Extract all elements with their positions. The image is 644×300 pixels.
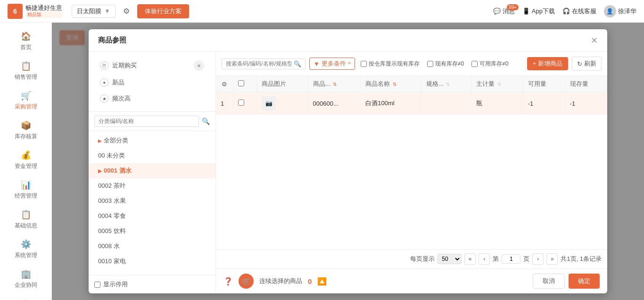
col-image: 商品图片 xyxy=(257,76,308,92)
user-avatar: 👤 xyxy=(604,5,616,17)
nav-message[interactable]: 💬 消息 99+ xyxy=(493,7,515,16)
cart-button[interactable]: 🛒 xyxy=(239,274,254,289)
product-reference-modal: 商品参照 ✕ ⏱ 近期购买 « xyxy=(89,29,607,293)
category-0001[interactable]: ▶ 0001 酒水 xyxy=(89,163,215,178)
sidebar-item-inventory[interactable]: 📦 库存核算 xyxy=(0,116,51,145)
sidebar-item-newbie[interactable]: 🎓 新手引导 xyxy=(0,294,51,300)
enterprise-icon: 🏢 xyxy=(21,269,31,279)
row-code: 000600... xyxy=(308,92,361,115)
table-row[interactable]: 1 📷 000600... 白酒100ml 瓶 xyxy=(216,92,607,115)
category-0004[interactable]: 0004 零食 xyxy=(89,208,215,224)
sidebar-item-label: 基础信息 xyxy=(15,222,37,230)
prev-page-btn[interactable]: ‹ xyxy=(479,253,490,265)
modal-close-button[interactable]: ✕ xyxy=(591,36,598,45)
collapse-btn[interactable]: « xyxy=(194,60,204,71)
check-current-stock[interactable]: 现有库存≠0 xyxy=(427,60,464,68)
quick-access-new[interactable]: ✦ 新品 xyxy=(94,75,210,91)
check-warehouse[interactable]: 按仓库显示现有库存 xyxy=(361,60,420,68)
row-spec xyxy=(421,92,471,115)
operations-icon: 📊 xyxy=(21,180,31,190)
col-name[interactable]: 商品名称 ⇅ xyxy=(361,76,421,92)
check-available-stock[interactable]: 可用库存≠0 xyxy=(471,60,508,68)
system-icon: ⚙️ xyxy=(21,239,31,250)
category-0002[interactable]: 0002 茶叶 xyxy=(89,178,215,193)
logo-text: 畅捷通好生意 精品版 xyxy=(25,4,62,18)
quick-access-section: ⏱ 近期购买 « ✦ 新品 ★ 频次高 xyxy=(89,52,215,112)
sidebar-item-purchase[interactable]: 🛒 采购管理 xyxy=(0,86,51,116)
row-available: -1 xyxy=(523,92,565,115)
content-area: 查询 设置 刷新 商品参照 ✕ xyxy=(52,23,644,300)
refresh-icon: ↻ xyxy=(577,60,582,67)
product-search-input[interactable] xyxy=(226,60,292,67)
page-unit: 页 xyxy=(523,255,529,263)
nav-right: 💬 消息 99+ 📱 App下载 🎧 在线客服 👤 徐泽华 xyxy=(493,5,636,17)
category-0005[interactable]: 0005 饮料 xyxy=(89,224,215,239)
table-settings-col[interactable]: ⚙ xyxy=(216,76,233,92)
modal-title: 商品参照 xyxy=(98,36,126,45)
sidebar-item-label: 企业协同 xyxy=(15,281,37,289)
main-layout: 🏠 首页 📋 销售管理 🛒 采购管理 📦 库存核算 💰 资金管理 📊 经营管理 … xyxy=(0,23,644,300)
modal-left-panel: ⏱ 近期购买 « ✦ 新品 ★ 频次高 xyxy=(89,52,216,293)
category-all[interactable]: ▶ 全部分类 xyxy=(89,133,215,148)
category-00[interactable]: 00 未分类 xyxy=(89,148,215,163)
filter-more-btn[interactable]: ▼ 更多条件 ^ xyxy=(309,58,355,70)
col-spec[interactable]: 规格... ⇅ xyxy=(421,76,471,92)
row-stock: -1 xyxy=(565,92,607,115)
code-sort-icon: ⇅ xyxy=(333,82,337,87)
last-page-btn[interactable]: » xyxy=(546,253,558,265)
sidebar-item-label: 首页 xyxy=(20,43,32,51)
experience-btn[interactable]: 体验行业方案 xyxy=(137,4,189,18)
sales-icon: 📋 xyxy=(21,61,31,71)
col-unit[interactable]: 主计量 ⇅ xyxy=(471,76,523,92)
product-search-row: 🔍 xyxy=(222,58,305,69)
sidebar-item-basic[interactable]: 📋 基础信息 xyxy=(0,205,51,234)
sidebar-item-enterprise[interactable]: 🏢 企业协同 xyxy=(0,264,51,294)
category-0010[interactable]: 0010 家电 xyxy=(89,254,215,269)
modal-footer: ❓ 🛒 连续选择的商品 0 🔼 取消 确定 xyxy=(216,268,607,293)
col-code[interactable]: 商品... ⇅ xyxy=(308,76,361,92)
recent-icon: ⏱ xyxy=(100,61,108,70)
sidebar-item-operations[interactable]: 📊 经营管理 xyxy=(0,175,51,205)
product-search-icon[interactable]: 🔍 xyxy=(294,60,301,67)
select-all-checkbox[interactable] xyxy=(238,80,244,86)
per-page-select[interactable]: 50 10 20 100 xyxy=(438,254,462,264)
quick-access-recent[interactable]: ⏱ 近期购买 « xyxy=(94,57,210,75)
add-product-btn[interactable]: + 新增商品 xyxy=(527,57,568,70)
cancel-button[interactable]: 取消 xyxy=(533,274,565,289)
next-page-btn[interactable]: › xyxy=(532,253,544,265)
help-icon[interactable]: ❓ xyxy=(223,277,233,286)
nav-app-download[interactable]: 📱 App下载 xyxy=(522,7,555,16)
category-search-input[interactable] xyxy=(94,116,199,127)
first-page-btn[interactable]: « xyxy=(464,253,476,265)
nav-dropdown[interactable]: 日太阳膜 ▼ xyxy=(72,5,116,18)
settings-icon[interactable]: ⚙ xyxy=(119,4,133,18)
star-icon: ★ xyxy=(100,94,108,103)
sidebar: 🏠 首页 📋 销售管理 🛒 采购管理 📦 库存核算 💰 资金管理 📊 经营管理 … xyxy=(0,23,52,300)
home-icon: 🏠 xyxy=(21,31,31,42)
sidebar-item-home[interactable]: 🏠 首页 xyxy=(0,26,51,56)
show-disabled-section: 显示停用 xyxy=(89,275,215,293)
sidebar-item-label: 资金管理 xyxy=(15,162,37,170)
confirm-button[interactable]: 确定 xyxy=(569,274,600,289)
collapse-footer-icon[interactable]: 🔼 xyxy=(317,277,327,286)
nav-online-service[interactable]: 🎧 在线客服 xyxy=(562,7,596,16)
table-checkbox-col[interactable] xyxy=(233,76,257,92)
sidebar-item-label: 系统管理 xyxy=(15,251,37,259)
page-label: 第 xyxy=(493,255,499,263)
show-disabled-checkbox[interactable] xyxy=(94,282,100,288)
sidebar-item-system[interactable]: ⚙️ 系统管理 xyxy=(0,234,51,264)
quick-access-frequent[interactable]: ★ 频次高 xyxy=(94,91,210,107)
nav-user[interactable]: 👤 徐泽华 xyxy=(604,5,636,17)
page-input[interactable] xyxy=(502,254,520,264)
sidebar-item-sales[interactable]: 📋 销售管理 xyxy=(0,56,51,86)
category-0008[interactable]: 0008 水 xyxy=(89,239,215,254)
category-search-icon[interactable]: 🔍 xyxy=(202,117,210,125)
inventory-icon: 📦 xyxy=(21,120,31,131)
col-available: 可用量 xyxy=(523,76,565,92)
sidebar-item-finance[interactable]: 💰 资金管理 xyxy=(0,145,51,175)
category-0003[interactable]: 0003 水果 xyxy=(89,193,215,208)
refresh-btn[interactable]: ↻ 刷新 xyxy=(572,57,602,71)
row-name: 白酒100ml xyxy=(361,92,421,115)
logo-icon: 6 xyxy=(8,4,23,19)
row-checkbox[interactable] xyxy=(233,92,257,115)
